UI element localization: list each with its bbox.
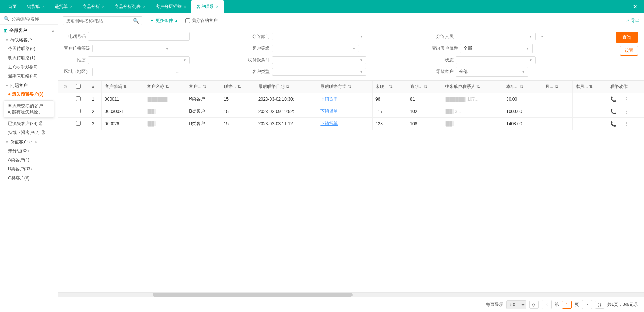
row-checkbox-1[interactable] bbox=[73, 105, 89, 118]
nav-tab-customer-mgmt[interactable]: 客户分层经营 × bbox=[150, 0, 191, 13]
filter-dept-select[interactable]: ▼ bbox=[272, 33, 366, 40]
row-check-2[interactable] bbox=[76, 121, 81, 126]
sidebar-item-b-class[interactable]: B类客户(33) bbox=[0, 165, 58, 174]
row-checkbox-2[interactable] bbox=[73, 118, 89, 130]
export-button[interactable]: ↗ 导出 bbox=[626, 17, 640, 24]
filter-customer-level-select[interactable]: ▼ bbox=[272, 45, 359, 52]
nav-tab-analysis[interactable]: 商品分析 × bbox=[77, 0, 109, 13]
filter-customer-type-select[interactable]: ▼ bbox=[272, 68, 366, 76]
row-last-way-0[interactable]: 下销货单 bbox=[317, 93, 373, 105]
settings-gear-icon[interactable]: ⚙ bbox=[63, 84, 67, 89]
sidebar-item-overdue[interactable]: 逾期未联络(30) bbox=[0, 72, 58, 81]
col-checkbox[interactable] bbox=[73, 81, 89, 93]
nav-tab-home[interactable]: 首页 bbox=[3, 0, 22, 13]
col-overdue[interactable]: 逾期... ⇅ bbox=[407, 81, 442, 93]
filter-price-level-select[interactable]: ▼ bbox=[92, 45, 172, 52]
filter-region-input[interactable] bbox=[92, 68, 172, 76]
more-icon-2[interactable]: ⋮⋮ bbox=[619, 121, 629, 127]
col-last-month[interactable]: 上月... ⇅ bbox=[538, 81, 572, 93]
nav-tab-sales[interactable]: 销货单 × bbox=[22, 0, 49, 13]
sidebar-item-7days[interactable]: 近7天待联络(0) bbox=[0, 62, 58, 72]
call-icon-2[interactable]: 📞 bbox=[610, 121, 616, 127]
nav-tab-customer-contact[interactable]: 客户联系 × bbox=[191, 0, 223, 13]
filter-button[interactable]: ▼ 更多条件 ▲ bbox=[146, 16, 182, 25]
sidebar-item-c-class[interactable]: C类客户(6) bbox=[0, 174, 58, 183]
last-page-button[interactable]: ⟩⟩ bbox=[595, 301, 604, 309]
window-close-button[interactable]: ✕ bbox=[629, 3, 641, 10]
col-this-month[interactable]: 本月... ⇅ bbox=[572, 81, 607, 93]
more-icon-0[interactable]: ⋮⋮ bbox=[619, 96, 629, 102]
nav-tab-analysis-close[interactable]: × bbox=[102, 4, 104, 9]
row-action-0: 📞 ⋮⋮ bbox=[607, 93, 644, 105]
col-no-contact[interactable]: 未联... ⇅ bbox=[373, 81, 407, 93]
filter-retail-attr-select[interactable]: 全部 ▼ bbox=[460, 44, 533, 53]
sidebar-item-declining[interactable]: 持续下滑客户(2) ② bbox=[0, 128, 58, 137]
more-icon-1[interactable]: ⋮⋮ bbox=[619, 109, 629, 114]
call-icon-0[interactable]: 📞 bbox=[610, 96, 616, 102]
row-check-1[interactable] bbox=[76, 109, 81, 113]
next-page-button[interactable]: ＞ bbox=[582, 300, 592, 309]
my-customers-checkbox[interactable] bbox=[185, 18, 190, 23]
filter-retail-customer-select[interactable]: 全部 ▼ bbox=[456, 67, 528, 77]
row-check-0[interactable] bbox=[76, 96, 81, 101]
search-input[interactable] bbox=[66, 18, 133, 23]
col-level[interactable]: 客户... ⇅ bbox=[186, 81, 221, 93]
sidebar-item-a-class[interactable]: A类客户(1) bbox=[0, 155, 58, 165]
filter-person-select[interactable]: ▼ bbox=[456, 33, 536, 40]
sidebar-collapse-icon[interactable]: « bbox=[52, 29, 54, 33]
row-contact-2: 15 bbox=[221, 118, 255, 130]
sidebar-all-customers[interactable]: ⊞ 全部客户 « bbox=[0, 25, 58, 35]
horizontal-scrollbar[interactable] bbox=[58, 292, 644, 297]
per-page-select[interactable]: 50 20 100 bbox=[506, 300, 526, 309]
sort-icon-9: ⇅ bbox=[476, 84, 480, 89]
col-unit-contact[interactable]: 往来单位联系人 ⇅ bbox=[442, 81, 503, 93]
filter-region-dots[interactable]: ··· bbox=[176, 69, 180, 74]
query-button[interactable]: 查询 bbox=[616, 32, 638, 43]
prev-page-button[interactable]: ＜ bbox=[542, 300, 552, 309]
nav-tab-analysis-list[interactable]: 商品分析列表 × bbox=[109, 0, 150, 13]
refresh-icon[interactable]: ↺ bbox=[29, 140, 33, 145]
col-this-year[interactable]: 本年... ⇅ bbox=[503, 81, 538, 93]
filter-payment-select[interactable]: ▼ bbox=[272, 56, 366, 64]
sidebar-item-ungroup[interactable]: 未分组(32) bbox=[0, 146, 58, 155]
sidebar-search-input[interactable] bbox=[12, 16, 54, 21]
filter-price-level-label: 客户价格等级 bbox=[64, 45, 90, 52]
call-icon-1[interactable]: 📞 bbox=[610, 109, 616, 114]
col-name[interactable]: 客户名称 ⇅ bbox=[144, 81, 186, 93]
row-last-way-2[interactable]: 下销货单 bbox=[317, 118, 373, 130]
row-checkbox-0[interactable] bbox=[73, 93, 89, 105]
select-all-checkbox[interactable] bbox=[76, 84, 81, 89]
sidebar-item-churn-warning[interactable]: ● 流失预警客户(3) bbox=[0, 90, 58, 99]
col-last-contact-date[interactable]: 最后联络日期 ⇅ bbox=[255, 81, 317, 93]
col-num[interactable]: # bbox=[89, 81, 101, 93]
nav-tab-customer-contact-close[interactable]: × bbox=[216, 4, 218, 9]
sidebar-group-pending[interactable]: ▼ 待联络客户 bbox=[0, 35, 58, 44]
row-last-month-2 bbox=[538, 118, 572, 130]
scrollbar-thumb[interactable] bbox=[153, 293, 353, 297]
sidebar-item-churned[interactable]: 已流失客户(24) ② bbox=[0, 119, 58, 128]
sidebar-item-today[interactable]: 今天待联络(0) bbox=[0, 44, 58, 53]
col-last-contact-way[interactable]: 最后联络方式 ⇅ bbox=[317, 81, 373, 93]
search-submit-icon[interactable]: 🔍 bbox=[133, 18, 139, 24]
filter-phone-input[interactable] bbox=[88, 32, 190, 41]
nav-tab-customer-mgmt-close[interactable]: × bbox=[184, 4, 186, 9]
col-contact[interactable]: 联络... ⇅ bbox=[221, 81, 255, 93]
sidebar-group-problem[interactable]: ▼ 问题客户 bbox=[0, 81, 58, 90]
edit-icon[interactable]: ✎ bbox=[34, 140, 38, 145]
filter-person-dots[interactable]: ··· bbox=[539, 34, 543, 39]
filter-nature-select[interactable]: ▼ bbox=[88, 56, 190, 64]
col-code[interactable]: 客户编码 ⇅ bbox=[102, 81, 144, 93]
first-page-button[interactable]: ⟨⟨ bbox=[529, 301, 539, 309]
nav-tab-analysis-list-close[interactable]: × bbox=[143, 4, 145, 9]
my-customers-check[interactable]: 我分管的客户 bbox=[185, 17, 218, 24]
sidebar-group-value[interactable]: ▼ 价值客户 ↺ ✎ bbox=[0, 137, 58, 146]
nav-tab-purchase-close[interactable]: × bbox=[70, 4, 72, 9]
nav-tab-sales-close[interactable]: × bbox=[42, 4, 44, 9]
col-settings[interactable]: ⚙ bbox=[58, 81, 73, 93]
settings-button[interactable]: 设置 bbox=[620, 46, 638, 56]
filter-status-select[interactable]: ▼ bbox=[456, 56, 536, 64]
filter-phone-label: 电话号码 bbox=[64, 33, 86, 40]
row-last-way-1[interactable]: 下销货单 bbox=[317, 105, 373, 118]
sidebar-item-tomorrow[interactable]: 明天待联络(1) bbox=[0, 53, 58, 62]
nav-tab-purchase[interactable]: 进货单 × bbox=[49, 0, 77, 13]
